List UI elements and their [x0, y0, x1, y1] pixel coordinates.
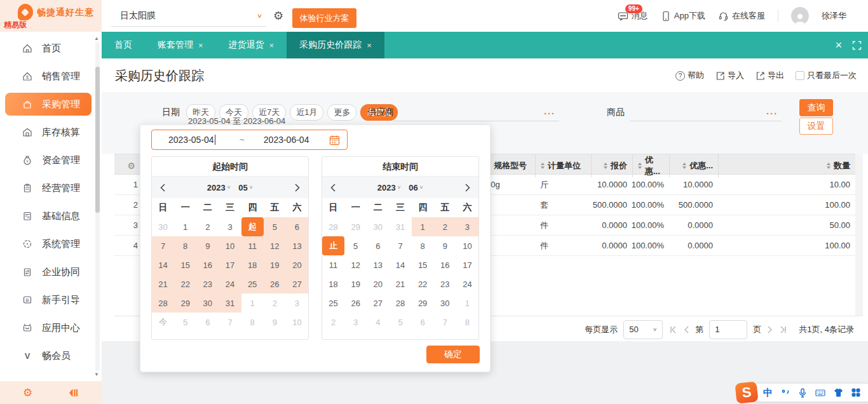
punctuation-icon[interactable] [781, 388, 790, 397]
date-range-input[interactable]: 2023-05-04 ~ 2023-06-04 [151, 130, 348, 150]
tab-purchase-history[interactable]: 采购历史价跟踪× [287, 32, 384, 58]
day-cell[interactable]: 8 [456, 313, 478, 332]
ime-mode-chinese[interactable]: 中 [763, 387, 773, 399]
day-cell[interactable]: 30 [196, 293, 219, 313]
day-cell[interactable]: 13 [367, 255, 389, 274]
day-cell[interactable]: 3 [286, 293, 308, 313]
date-preset-3[interactable]: 近1月 [290, 104, 323, 121]
day-cell[interactable]: 今 [152, 313, 174, 332]
day-cell[interactable]: 23 [196, 274, 219, 293]
day-cell[interactable]: 8 [241, 313, 264, 332]
tab-close-icon[interactable]: × [198, 41, 203, 50]
end-year-select[interactable]: 2023∨ [377, 183, 402, 192]
day-cell[interactable]: 11 [322, 255, 344, 274]
next-month-icon[interactable] [287, 184, 308, 192]
collapse-sidebar-icon[interactable] [68, 388, 79, 398]
day-cell[interactable]: 31 [219, 293, 241, 313]
supplier-more-icon[interactable]: ··· [544, 108, 555, 119]
page-number-input[interactable] [709, 320, 747, 339]
only-last-checkbox[interactable] [796, 71, 804, 80]
settings-gear-icon[interactable]: ⚙ [273, 9, 283, 23]
day-cell[interactable]: 13 [286, 236, 308, 255]
day-cell[interactable]: 30 [434, 293, 456, 313]
toolbox-grid-icon[interactable] [851, 388, 860, 397]
sidebar-scroll-up-icon[interactable]: ▲ [94, 36, 99, 41]
day-cell[interactable]: 10 [286, 313, 308, 332]
day-cell[interactable]: 19 [264, 255, 286, 274]
confirm-button[interactable]: 确定 [426, 346, 480, 363]
day-cell[interactable]: 10 [456, 236, 478, 255]
prev-month-icon[interactable] [152, 184, 173, 192]
day-cell[interactable]: 3 [456, 217, 478, 236]
day-cell[interactable]: 21 [152, 274, 174, 293]
day-cell[interactable]: 1 [174, 217, 196, 236]
import-button[interactable]: 导入 [715, 70, 744, 81]
day-cell[interactable]: 29 [412, 293, 434, 313]
day-cell[interactable]: 27 [286, 274, 308, 293]
day-cell[interactable]: 9 [264, 313, 286, 332]
day-cell[interactable]: 28 [389, 293, 411, 313]
day-cell[interactable]: 27 [367, 293, 389, 313]
day-cell[interactable]: 1 [412, 217, 434, 236]
column-header-4[interactable]: 优惠... [669, 154, 718, 177]
day-cell[interactable]: 28 [322, 217, 344, 236]
tab-account-books[interactable]: 账套管理× [145, 32, 216, 58]
sidebar-item-operations[interactable]: 经营管理 [0, 174, 97, 202]
day-cell[interactable]: 12 [344, 255, 367, 274]
day-cell[interactable]: 17 [456, 255, 478, 274]
day-cell[interactable]: 14 [389, 255, 411, 274]
day-cell[interactable]: 11 [241, 236, 264, 255]
avatar[interactable] [791, 7, 809, 25]
day-cell[interactable]: 7 [434, 313, 456, 332]
first-page-button[interactable] [668, 326, 677, 333]
start-month-select[interactable]: 05∨ [238, 183, 253, 192]
sidebar-item-baseinfo[interactable]: A基础信息 [0, 202, 97, 230]
day-cell[interactable]: 5 [264, 217, 286, 236]
footer-gear-icon[interactable]: ⚙ [23, 386, 32, 400]
next-page-button[interactable] [767, 326, 773, 333]
last-page-button[interactable] [779, 326, 788, 333]
tab-close-icon[interactable]: × [367, 41, 372, 50]
day-cell[interactable]: 3 [219, 217, 241, 236]
sort-icon[interactable] [682, 163, 686, 169]
day-cell[interactable]: 18 [322, 274, 344, 293]
day-cell[interactable]: 5 [389, 313, 411, 332]
tab-purchase-returns[interactable]: 进货退货× [216, 32, 287, 58]
day-cell[interactable]: 30 [367, 217, 389, 236]
end-month-select[interactable]: 06∨ [409, 183, 423, 192]
prev-page-button[interactable] [683, 326, 689, 333]
day-cell[interactable]: 2 [322, 313, 344, 332]
day-cell[interactable]: 26 [344, 293, 367, 313]
day-cell[interactable]: 18 [241, 255, 264, 274]
sort-icon[interactable] [827, 163, 831, 169]
prev-month-icon[interactable] [322, 184, 344, 192]
day-cell[interactable]: 22 [174, 274, 196, 293]
day-cell[interactable]: 21 [389, 274, 411, 293]
microphone-icon[interactable] [798, 388, 807, 398]
sort-icon[interactable] [541, 163, 545, 169]
sidebar-item-appcenter[interactable]: 应用中心 [0, 314, 97, 342]
day-cell[interactable]: 2 [196, 217, 219, 236]
day-cell[interactable]: 5 [344, 236, 367, 255]
day-cell[interactable]: 7 [152, 236, 174, 255]
day-cell[interactable]: 23 [434, 274, 456, 293]
sort-icon[interactable] [604, 163, 607, 169]
day-cell[interactable]: 6 [367, 236, 389, 255]
day-cell[interactable]: 15 [412, 255, 434, 274]
skin-shirt-icon[interactable] [834, 388, 843, 397]
keyboard-icon[interactable] [815, 389, 825, 397]
day-cell[interactable]: 29 [174, 293, 196, 313]
column-header-5[interactable]: 数量 [718, 154, 855, 177]
sogou-logo-icon[interactable]: S [735, 381, 758, 403]
day-cell[interactable]: 5 [174, 313, 196, 332]
sidebar-item-system[interactable]: 系统管理 [0, 230, 97, 258]
tab-home[interactable]: 首页 [102, 32, 145, 58]
day-cell[interactable]: 20 [286, 255, 308, 274]
day-cell[interactable]: 起 [241, 217, 264, 236]
day-cell[interactable]: 3 [344, 313, 367, 332]
username[interactable]: 徐泽华 [822, 10, 846, 22]
sidebar-item-funds[interactable]: ¥资金管理 [0, 146, 97, 174]
sidebar-scroll-down-icon[interactable]: ▼ [94, 372, 99, 377]
day-cell[interactable]: 2 [434, 217, 456, 236]
close-all-tabs-icon[interactable]: × [835, 39, 842, 51]
